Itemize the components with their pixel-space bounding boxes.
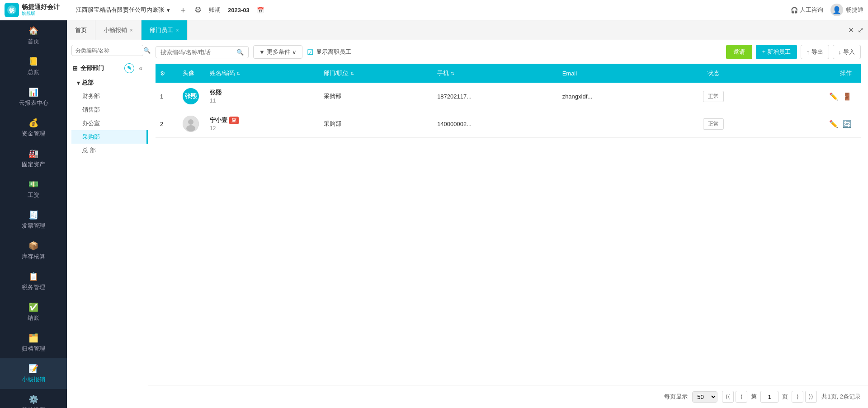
tab-expense[interactable]: 小畅报销 × <box>95 20 142 40</box>
row2-phone: 140000002... <box>433 110 558 138</box>
expand-tab-btn[interactable]: ⤢ <box>858 26 863 34</box>
export-button[interactable]: ↑ 导出 <box>801 45 829 59</box>
next-page-button[interactable]: ⟩ <box>792 391 803 403</box>
sidebar-item-closing[interactable]: ✅ 结账 <box>0 297 67 328</box>
app-title-area: 畅捷通好会计 旗舰版 <box>22 3 60 17</box>
per-page-select[interactable]: 50 100 <box>692 391 717 403</box>
col-action-label: 操作 <box>840 70 852 76</box>
sidebar-item-funds[interactable]: 💰 资金管理 <box>0 113 67 143</box>
app-subtitle: 旗舰版 <box>22 10 60 17</box>
sidebar-label-expense: 小畅报销 <box>22 375 45 384</box>
dept-panel: 🔍 ⊞ 全部部门 ✎ « ▾ 总部 财务部 <box>67 40 148 408</box>
dept-tree: ▾ 总部 财务部 销售部 办公室 采购部 <box>67 76 148 157</box>
dept-item-office[interactable]: 办公室 <box>71 117 148 130</box>
row1-status-cell: 正常 <box>670 83 756 110</box>
search-box[interactable]: 🔍 <box>156 46 249 58</box>
all-dept-label: 全部部门 <box>80 64 104 72</box>
dept-hq-label: 总部 <box>82 79 94 87</box>
row1-edit-button[interactable]: ✏️ <box>829 92 838 101</box>
col-phone-sort-icon: ⇅ <box>451 71 454 76</box>
row2-badge: 应 <box>229 117 239 124</box>
col-settings[interactable]: ⚙ <box>156 64 178 83</box>
invite-button[interactable]: 邀请 <box>726 45 752 59</box>
row1-logout-button[interactable]: 🚪 <box>843 92 852 101</box>
sidebar-item-ledger[interactable]: 📒 总账 <box>0 51 67 82</box>
tab-employees[interactable]: 部门员工 × <box>142 20 188 40</box>
employee-panel: 🔍 ▼ 更多条件 ∨ ☑ 显示离职员工 邀请 <box>148 40 868 408</box>
sidebar-item-tax[interactable]: 📋 税务管理 <box>0 266 67 297</box>
export-icon: ↑ <box>807 49 810 56</box>
row1-avatar: 张熙 <box>183 88 199 104</box>
row2-name-cell: 宁小壹 应 12 <box>205 110 319 138</box>
user-avatar: 👤 <box>830 4 843 16</box>
col-status-label: 状态 <box>708 70 719 76</box>
show-resigned-toggle[interactable]: ☑ 显示离职员工 <box>307 48 351 56</box>
page-input[interactable] <box>760 391 778 403</box>
sidebar-item-inventory[interactable]: 📦 库存核算 <box>0 235 67 266</box>
period-value: 2023-03 <box>228 7 250 14</box>
dept-item-finance[interactable]: 财务部 <box>71 89 148 103</box>
row1-avatar-cell: 张熙 <box>178 83 205 110</box>
table-row: 1 张熙 张熙 11 采购部 <box>156 83 861 110</box>
add-employee-button[interactable]: + 新增员工 <box>756 45 797 59</box>
invoice-icon: 🧾 <box>28 210 38 220</box>
dept-search-box[interactable]: 🔍 <box>71 45 143 56</box>
col-phone[interactable]: 手机 ⇅ <box>433 64 558 83</box>
sidebar-item-home[interactable]: 🏠 首页 <box>0 20 67 51</box>
add-icon[interactable]: ＋ <box>179 5 187 15</box>
dept-edit-button[interactable]: ✎ <box>124 63 134 73</box>
tab-home[interactable]: 首页 <box>67 20 95 40</box>
import-button[interactable]: ↓ 导入 <box>833 45 861 59</box>
tab-employees-close[interactable]: × <box>176 27 179 33</box>
col-dept[interactable]: 部门/职位 ⇅ <box>319 64 433 83</box>
col-dept-sort-icon: ⇅ <box>350 71 354 76</box>
filter-chevron-icon: ∨ <box>292 49 297 56</box>
company-selector[interactable]: 江西服宝精品有限责任公司内账张 ▾ <box>71 6 175 14</box>
dept-all-row[interactable]: ⊞ 全部部门 ✎ « <box>67 61 148 76</box>
row1-email: zhangxidf... <box>558 83 670 110</box>
dropdown-icon: ▾ <box>167 7 170 14</box>
sidebar-item-expense[interactable]: 📝 小畅报销 <box>0 358 67 389</box>
tab-expense-close[interactable]: × <box>130 27 133 33</box>
service-button[interactable]: 🎧 人工咨询 <box>791 6 823 14</box>
last-page-button[interactable]: ⟩⟩ <box>805 391 817 403</box>
user-area[interactable]: 👤 畅捷通 <box>830 4 863 16</box>
row1-code: 11 <box>210 98 315 104</box>
sidebar-item-salary[interactable]: 💵 工资 <box>0 174 67 205</box>
main-layout: 🏠 首页 📒 总账 📊 云报表中心 💰 资金管理 🏭 固定资产 💵 工资 🧾 发… <box>0 20 868 408</box>
sidebar-item-settings[interactable]: ⚙️ 基础设置 <box>0 389 67 408</box>
inventory-icon: 📦 <box>28 241 38 251</box>
row1-dept: 采购部 <box>319 83 433 110</box>
sidebar-label-archive: 归档管理 <box>22 345 45 353</box>
close-tab-btn[interactable]: ✕ <box>848 26 854 34</box>
show-resigned-label: 显示离职员工 <box>316 48 351 56</box>
sidebar-item-reports[interactable]: 📊 云报表中心 <box>0 82 67 113</box>
first-page-button[interactable]: ⟨⟨ <box>722 391 734 403</box>
prev-page-button[interactable]: ⟨ <box>736 391 747 403</box>
dept-item-sales[interactable]: 销售部 <box>71 103 148 117</box>
row2-avatar-cell <box>178 110 205 138</box>
search-input[interactable] <box>160 49 236 56</box>
dept-hq-group[interactable]: ▾ 总部 <box>71 76 148 89</box>
dept-search-input[interactable] <box>75 47 143 54</box>
dept-collapse-button[interactable]: « <box>139 65 142 72</box>
sidebar-label-inventory: 库存核算 <box>22 253 45 261</box>
dept-item-purchase[interactable]: 采购部 <box>71 130 148 144</box>
settings-icon[interactable]: ⚙ <box>194 5 202 15</box>
sidebar-item-archive[interactable]: 🗂️ 归档管理 <box>0 328 67 358</box>
row2-name-code: 宁小壹 应 12 <box>210 116 315 131</box>
col-name[interactable]: 姓名/编码 ⇅ <box>205 64 319 83</box>
closing-icon: ✅ <box>28 302 38 312</box>
dept-item-general[interactable]: 总 部 <box>71 144 148 157</box>
sidebar-item-assets[interactable]: 🏭 固定资产 <box>0 143 67 174</box>
row2-refresh-button[interactable]: 🔄 <box>843 120 852 128</box>
ledger-icon: 📒 <box>28 56 38 66</box>
col-email-label: Email <box>562 70 577 77</box>
filter-button[interactable]: ▼ 更多条件 ∨ <box>253 45 302 59</box>
calendar-icon[interactable]: 📅 <box>257 7 264 14</box>
sidebar-item-invoice[interactable]: 🧾 发票管理 <box>0 205 67 235</box>
row2-dept: 采购部 <box>319 110 433 138</box>
home-icon: 🏠 <box>28 26 38 36</box>
row2-edit-button[interactable]: ✏️ <box>829 120 838 128</box>
app-title: 畅捷通好会计 <box>22 3 60 11</box>
